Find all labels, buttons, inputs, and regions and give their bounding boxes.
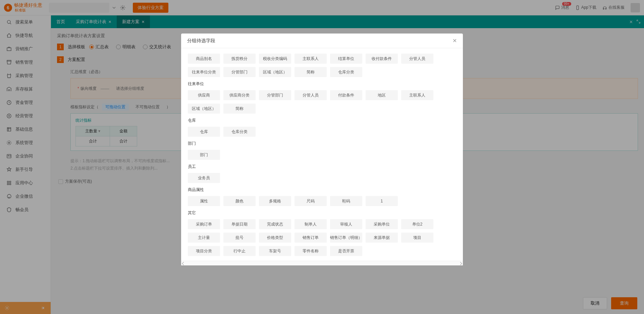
field-chip[interactable]: 简称 <box>223 104 256 114</box>
field-chip[interactable]: 颜色 <box>223 196 256 206</box>
field-chip[interactable]: 收付款条件 <box>366 54 398 64</box>
field-chip[interactable]: 税收分类编码 <box>259 54 291 64</box>
field-chip[interactable]: 简称 <box>294 67 327 77</box>
field-chip[interactable]: 多规格 <box>259 196 291 206</box>
field-chip[interactable]: 采购订单 <box>188 219 220 229</box>
field-chip[interactable]: 零件名称 <box>294 246 327 256</box>
field-selector-modal: 分组待选字段 ✕ 商品别名拣货秩分税收分类编码主联系人结算单位收付款条件分管人员… <box>181 34 463 265</box>
field-chip[interactable]: 是否开票 <box>330 246 362 256</box>
chips-row: 采购订单单据日期完成状态制单人审核人采购单位单位2主计量批号价格类型销售订单销售… <box>188 219 456 256</box>
field-chip[interactable]: 尺码 <box>294 196 327 206</box>
chips-row: 商品别名拣货秩分税收分类编码主联系人结算单位收付款条件分管人员往来单位分类分管部… <box>188 54 456 77</box>
field-chip[interactable]: 单据日期 <box>223 219 256 229</box>
field-chip[interactable]: 制单人 <box>294 219 327 229</box>
modal-body: 商品别名拣货秩分税收分类编码主联系人结算单位收付款条件分管人员往来单位分类分管部… <box>181 48 463 261</box>
field-chip[interactable]: 供应商分类 <box>223 90 256 100</box>
field-chip[interactable]: 销售订单 <box>294 233 327 243</box>
field-chip[interactable]: 商品别名 <box>188 54 220 64</box>
field-chip[interactable]: 单位2 <box>401 219 433 229</box>
field-chip[interactable]: 区域（地区） <box>188 104 220 114</box>
chips-row: 仓库仓库分类 <box>188 127 456 137</box>
field-chip[interactable]: 主联系人 <box>401 90 433 100</box>
field-chip[interactable]: 仓库 <box>188 127 220 137</box>
chips-row: 供应商供应商分类分管部门分管人员付款条件地区主联系人区域（地区）简称 <box>188 90 456 114</box>
group-title: 员工 <box>188 164 456 170</box>
modal-overlay: 分组待选字段 ✕ 商品别名拣货秩分税收分类编码主联系人结算单位收付款条件分管人员… <box>0 0 644 314</box>
field-chip[interactable]: 来源单据 <box>366 233 398 243</box>
field-chip[interactable]: 车架号 <box>259 246 291 256</box>
field-chip[interactable]: 审核人 <box>330 219 362 229</box>
chips-row: 部门 <box>188 150 456 160</box>
field-group: 部门部门 <box>188 141 456 160</box>
field-chip[interactable]: 行中止 <box>223 246 256 256</box>
field-chip[interactable]: 结算单位 <box>330 54 362 64</box>
group-title: 部门 <box>188 141 456 146</box>
field-group: 员工业务员 <box>188 164 456 183</box>
horizontal-scrollbar[interactable] <box>181 261 463 265</box>
field-chip[interactable]: 1 <box>366 196 398 206</box>
field-group: 其它采购订单单据日期完成状态制单人审核人采购单位单位2主计量批号价格类型销售订单… <box>188 210 456 256</box>
field-chip[interactable]: 分管人员 <box>294 90 327 100</box>
group-title: 商品属性 <box>188 187 456 193</box>
field-chip[interactable]: 地区 <box>366 90 398 100</box>
field-chip[interactable]: 项目 <box>401 233 433 243</box>
field-chip[interactable]: 拣货秩分 <box>223 54 256 64</box>
field-chip[interactable]: 分管部门 <box>259 90 291 100</box>
field-chip[interactable]: 销售订单（明细） <box>330 233 362 243</box>
field-chip[interactable]: 价格类型 <box>259 233 291 243</box>
field-chip[interactable]: 付款条件 <box>330 90 362 100</box>
field-chip[interactable]: 完成状态 <box>259 219 291 229</box>
field-group: 往来单位供应商供应商分类分管部门分管人员付款条件地区主联系人区域（地区）简称 <box>188 81 456 114</box>
field-chip[interactable]: 分管部门 <box>223 67 256 77</box>
modal-header: 分组待选字段 ✕ <box>181 34 463 48</box>
chips-row: 业务员 <box>188 173 456 183</box>
field-chip[interactable]: 主联系人 <box>294 54 327 64</box>
close-icon[interactable]: ✕ <box>452 38 457 44</box>
field-chip[interactable]: 项目分类 <box>188 246 220 256</box>
chips-row: 属性颜色多规格尺码鞋码1 <box>188 196 456 206</box>
field-chip[interactable]: 业务员 <box>188 173 220 183</box>
field-chip[interactable]: 往来单位分类 <box>188 67 220 77</box>
field-chip[interactable]: 属性 <box>188 196 220 206</box>
field-chip[interactable]: 部门 <box>188 150 220 160</box>
field-group: 商品别名拣货秩分税收分类编码主联系人结算单位收付款条件分管人员往来单位分类分管部… <box>188 54 456 77</box>
field-chip[interactable]: 鞋码 <box>330 196 362 206</box>
field-chip[interactable]: 供应商 <box>188 90 220 100</box>
field-chip[interactable]: 采购单位 <box>366 219 398 229</box>
group-title: 往来单位 <box>188 81 456 87</box>
field-chip[interactable]: 分管人员 <box>401 54 433 64</box>
field-group: 商品属性属性颜色多规格尺码鞋码1 <box>188 187 456 206</box>
field-group: 仓库仓库仓库分类 <box>188 118 456 137</box>
field-chip[interactable]: 仓库分类 <box>330 67 362 77</box>
group-title: 仓库 <box>188 118 456 123</box>
field-chip[interactable]: 主计量 <box>188 233 220 243</box>
modal-title: 分组待选字段 <box>187 38 215 44</box>
field-chip[interactable]: 区域（地区） <box>259 67 291 77</box>
field-chip[interactable]: 仓库分类 <box>223 127 256 137</box>
field-chip[interactable]: 批号 <box>223 233 256 243</box>
group-title: 其它 <box>188 210 456 216</box>
